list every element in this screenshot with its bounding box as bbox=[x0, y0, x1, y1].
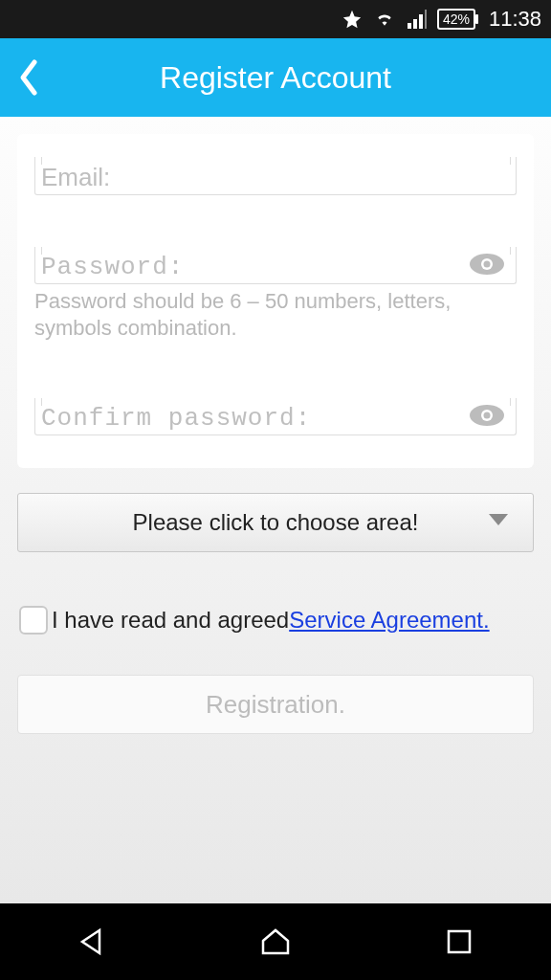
svg-rect-1 bbox=[413, 19, 417, 29]
svg-rect-0 bbox=[408, 23, 411, 29]
eye-icon[interactable] bbox=[468, 251, 506, 281]
eye-icon[interactable] bbox=[468, 402, 506, 433]
confirm-password-field-wrap bbox=[34, 398, 517, 435]
nav-recent-button[interactable] bbox=[421, 918, 497, 966]
area-dropdown[interactable]: Please click to choose area! bbox=[17, 493, 534, 552]
svg-rect-2 bbox=[419, 14, 423, 29]
battery-icon: 42% bbox=[437, 9, 475, 30]
page-title: Register Account bbox=[0, 60, 551, 96]
content-area: Password should be 6 – 50 numbers, lette… bbox=[0, 117, 551, 903]
wifi-icon bbox=[372, 10, 397, 29]
app-header: Register Account bbox=[0, 38, 551, 117]
agreement-text: I have read and agreed bbox=[52, 607, 289, 634]
email-field[interactable] bbox=[41, 163, 510, 192]
back-button[interactable] bbox=[0, 38, 57, 117]
star-icon bbox=[342, 9, 363, 30]
signal-icon bbox=[407, 10, 428, 29]
chevron-down-icon bbox=[489, 514, 508, 531]
registration-button[interactable]: Registration. bbox=[17, 675, 534, 734]
registration-button-label: Registration. bbox=[206, 690, 345, 720]
svg-point-9 bbox=[484, 412, 491, 419]
service-agreement-link[interactable]: Service Agreement. bbox=[289, 607, 489, 634]
agreement-row: I have read and agreed Service Agreement… bbox=[17, 606, 534, 635]
area-dropdown-label: Please click to choose area! bbox=[133, 509, 419, 536]
svg-point-6 bbox=[484, 261, 491, 268]
status-bar: 42% 11:38 bbox=[0, 0, 551, 38]
svg-rect-12 bbox=[449, 931, 470, 952]
confirm-password-field[interactable] bbox=[41, 404, 510, 433]
email-field-wrap bbox=[34, 157, 517, 195]
agreement-checkbox[interactable] bbox=[19, 606, 48, 635]
svg-rect-3 bbox=[425, 10, 427, 29]
nav-home-button[interactable] bbox=[237, 918, 314, 966]
password-hint: Password should be 6 – 50 numbers, lette… bbox=[34, 288, 517, 341]
svg-marker-10 bbox=[489, 514, 508, 525]
system-nav-bar bbox=[0, 903, 551, 980]
password-field-wrap bbox=[34, 247, 517, 284]
svg-marker-11 bbox=[82, 930, 99, 953]
nav-back-button[interactable] bbox=[54, 918, 130, 966]
password-field[interactable] bbox=[41, 253, 510, 281]
form-card: Password should be 6 – 50 numbers, lette… bbox=[17, 134, 534, 468]
clock-text: 11:38 bbox=[489, 7, 541, 32]
